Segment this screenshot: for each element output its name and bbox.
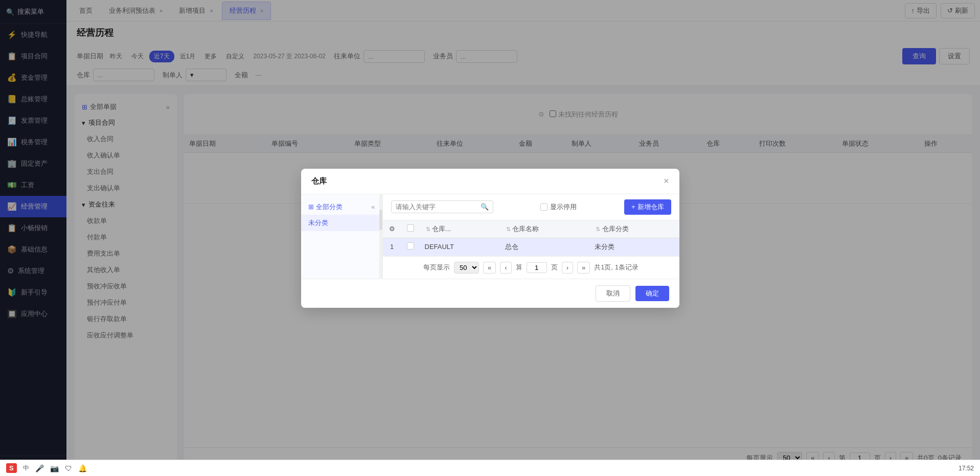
taskbar-bell: 🔔 <box>78 464 87 472</box>
modal-last-page[interactable]: » <box>577 262 590 274</box>
taskbar-ime: 中 <box>23 464 29 472</box>
add-warehouse-label: 新增仓库 <box>637 202 664 212</box>
th-warehouse-category: ⇅ 仓库分类 <box>589 220 679 238</box>
modal-table: ⚙ ⇅ 仓库... ⇅ 仓库名称 <box>383 220 679 256</box>
taskbar-shield: 🛡 <box>65 464 72 472</box>
cancel-button[interactable]: 取消 <box>596 285 630 302</box>
modal-title: 仓库 <box>311 176 327 186</box>
row1-checkbox[interactable] <box>407 242 414 250</box>
modal-right-panel: 🔍 显示停用 + 新增仓库 <box>383 194 679 279</box>
add-warehouse-button[interactable]: + 新增仓库 <box>624 199 671 215</box>
th-select-all[interactable] <box>401 220 420 238</box>
modal-next-page[interactable]: › <box>562 262 573 274</box>
th-settings-gear[interactable]: ⚙ <box>383 220 401 238</box>
taskbar: S 中 🎤 📷 🛡 🔔 17:52 <box>0 460 980 476</box>
modal-search-input[interactable] <box>396 203 477 211</box>
plus-icon: + <box>631 203 635 211</box>
sort-icon-name[interactable]: ⇅ <box>506 226 511 232</box>
modal-first-page[interactable]: « <box>483 262 496 274</box>
row1-checkbox-cell[interactable] <box>401 238 420 256</box>
show-disabled-checkbox[interactable] <box>540 203 548 211</box>
taskbar-cam: 📷 <box>50 464 59 472</box>
modal-toolbar: 🔍 显示停用 + 新增仓库 <box>383 194 679 220</box>
modal-body: ⊞ 全部分类 « 未分类 🔍 <box>301 194 679 279</box>
modal-per-page-label: 每页显示 <box>423 263 450 272</box>
modal-page-input[interactable] <box>527 262 547 273</box>
modal-header: 仓库 × <box>301 169 679 194</box>
modal-left-panel: ⊞ 全部分类 « 未分类 <box>301 194 383 279</box>
show-disabled-text: 显示停用 <box>550 202 577 212</box>
taskbar-mic: 🎤 <box>35 464 44 472</box>
modal-category-uncategorized[interactable]: 未分类 <box>301 215 382 231</box>
modal-left-collapse-icon[interactable]: « <box>371 203 375 211</box>
sort-icon-code[interactable]: ⇅ <box>426 226 430 232</box>
taskbar-right: 17:52 <box>959 465 974 472</box>
row1-num: 1 <box>383 238 401 256</box>
row1-category: 未分类 <box>589 238 679 256</box>
modal-total-records: 共1页, 1条记录 <box>594 263 639 272</box>
taskbar-left: S 中 🎤 📷 🛡 🔔 <box>6 463 87 473</box>
modal-page-suffix: 页 <box>551 263 558 272</box>
modal-table-container: ⚙ ⇅ 仓库... ⇅ 仓库名称 <box>383 220 679 256</box>
search-box: 🔍 <box>391 200 493 213</box>
table-row-1[interactable]: 1 DEFAULT 总仓 未分类 <box>383 238 679 256</box>
confirm-button[interactable]: 确定 <box>635 286 669 301</box>
modal-table-header: ⚙ ⇅ 仓库... ⇅ 仓库名称 <box>383 220 679 238</box>
modal-pagination: 每页显示 50 « ‹ 算 页 › » 共1页, 1条记录 <box>383 256 679 279</box>
warehouse-modal: 仓库 × ⊞ 全部分类 « 未分类 <box>301 169 679 308</box>
modal-overlay[interactable]: 仓库 × ⊞ 全部分类 « 未分类 <box>0 0 980 476</box>
modal-per-page-select[interactable]: 50 <box>454 262 479 274</box>
select-all-checkbox-th[interactable] <box>407 224 414 232</box>
grid2-icon: ⊞ <box>308 203 314 211</box>
modal-close-button[interactable]: × <box>664 176 669 187</box>
sort-icon-cat[interactable]: ⇅ <box>596 226 600 232</box>
modal-page-label: 算 <box>516 263 522 272</box>
modal-footer: 取消 确定 <box>301 279 679 308</box>
s-logo: S <box>6 463 17 473</box>
search-glass-icon: 🔍 <box>481 203 489 211</box>
left-scrollbar-track <box>379 194 382 279</box>
th-warehouse-name: ⇅ 仓库名称 <box>500 220 589 238</box>
show-disabled-checkbox-label[interactable]: 显示停用 <box>540 202 577 212</box>
row1-code: DEFAULT <box>420 238 500 256</box>
left-scrollbar-thumb <box>379 210 382 230</box>
row1-name: 总仓 <box>500 238 589 256</box>
th-warehouse-code: ⇅ 仓库... <box>420 220 500 238</box>
time-display: 17:52 <box>959 465 974 472</box>
modal-prev-page[interactable]: ‹ <box>500 262 511 274</box>
modal-all-category-label: ⊞ 全部分类 <box>308 202 343 212</box>
modal-left-all-category[interactable]: ⊞ 全部分类 « <box>301 199 382 215</box>
